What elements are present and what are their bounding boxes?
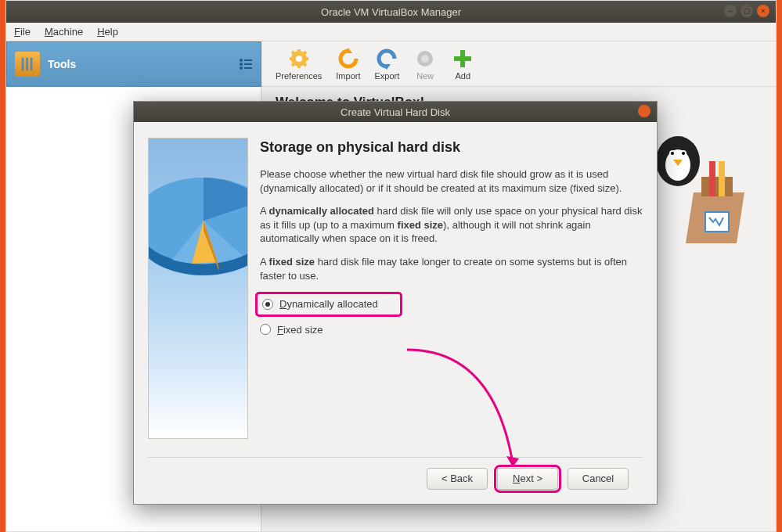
radio-dynamic-row[interactable]: Dynamically allocated (255, 292, 402, 317)
close-icon[interactable]: × (757, 5, 769, 17)
menubar: File Machine Help (6, 23, 776, 41)
radio-dynamic[interactable] (262, 299, 273, 310)
menu-file[interactable]: File (14, 26, 31, 38)
import-icon (337, 48, 360, 70)
add-icon (451, 48, 474, 70)
maximize-icon[interactable]: ▢ (741, 5, 753, 17)
radio-dynamic-label: Dynamically allocated (279, 297, 378, 311)
tools-icon (15, 52, 40, 77)
toolbar-new: New (413, 48, 437, 81)
cancel-button[interactable]: Cancel (568, 468, 629, 490)
tools-label: Tools (48, 58, 239, 70)
main-toolbar: Preferences Import Export New (261, 41, 776, 87)
svg-point-20 (682, 152, 685, 155)
dialog-close-icon[interactable] (638, 105, 650, 117)
dialog-heading: Storage on physical hard disk (260, 138, 643, 156)
minimize-icon[interactable]: – (724, 5, 737, 17)
toolbar-import[interactable]: Import (336, 48, 360, 81)
radio-group: Dynamically allocated Fixed size (260, 292, 643, 340)
tools-panel[interactable]: Tools (6, 41, 261, 87)
svg-point-12 (421, 55, 429, 63)
export-icon (375, 48, 398, 70)
window-controls: – ▢ × (724, 5, 769, 17)
svg-rect-2 (31, 58, 33, 71)
window-title: Oracle VM VirtualBox Manager (321, 6, 461, 18)
titlebar: Oracle VM VirtualBox Manager – ▢ × (6, 1, 776, 23)
svg-rect-14 (454, 56, 471, 61)
wizard-image (148, 138, 248, 439)
dialog-para-3: A fixed size hard disk file may take lon… (260, 255, 643, 282)
toolbar-export[interactable]: Export (375, 48, 400, 81)
svg-point-19 (671, 152, 674, 155)
toolbar-row: Tools Preferences Import (6, 41, 776, 87)
svg-rect-0 (22, 58, 24, 71)
radio-fixed-label: Fixed size (277, 323, 323, 337)
radio-fixed[interactable] (260, 324, 271, 335)
menu-help[interactable]: Help (97, 26, 118, 38)
svg-point-3 (240, 59, 243, 62)
menu-machine[interactable]: Machine (45, 26, 83, 38)
gear-icon (287, 48, 311, 70)
dialog-body: Storage on physical hard disk Please cho… (134, 122, 657, 457)
svg-rect-22 (709, 161, 715, 196)
toolbar-add[interactable]: Add (451, 48, 474, 81)
svg-point-5 (240, 63, 243, 66)
new-icon (413, 48, 437, 70)
radio-fixed-row[interactable]: Fixed size (260, 320, 643, 340)
pie-chart-icon (148, 146, 248, 303)
dialog-para-2: A dynamically allocated hard disk file w… (260, 204, 643, 246)
wizard-text: Storage on physical hard disk Please cho… (260, 138, 643, 457)
svg-point-10 (296, 56, 302, 62)
toolbar-preferences[interactable]: Preferences (276, 48, 322, 81)
list-icon[interactable] (239, 58, 253, 70)
back-button[interactable]: < Back (427, 468, 488, 490)
dialog-para-1: Please choose whether the new virtual ha… (260, 167, 643, 195)
svg-rect-23 (719, 161, 725, 196)
dialog-title-text: Create Virtual Hard Disk (341, 106, 450, 118)
svg-rect-21 (701, 177, 733, 196)
create-disk-dialog: Create Virtual Hard Disk Storage on phys… (133, 101, 658, 505)
svg-rect-1 (26, 58, 28, 71)
dialog-footer: < Back Next > Cancel (148, 457, 643, 499)
dialog-titlebar: Create Virtual Hard Disk (134, 102, 657, 122)
next-button[interactable]: Next > (497, 468, 558, 490)
svg-point-7 (240, 66, 243, 70)
